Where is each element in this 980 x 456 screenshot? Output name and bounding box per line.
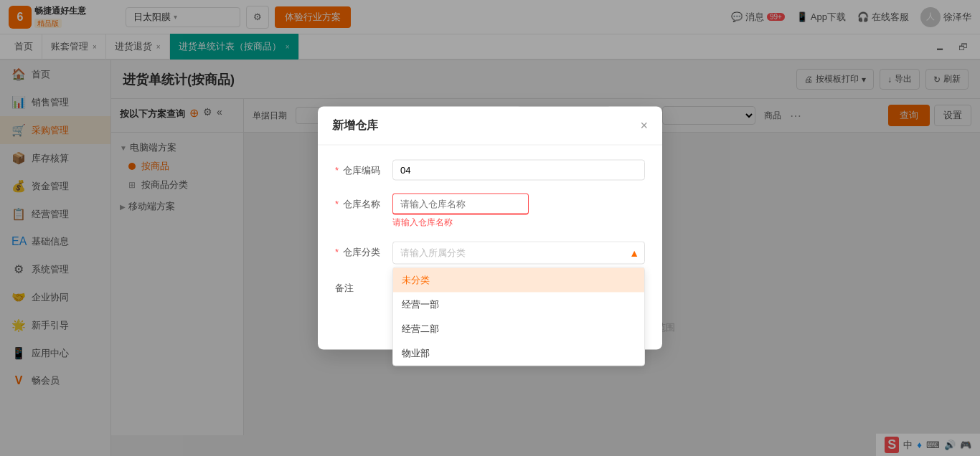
warehouse-category-row: * 仓库分类 请输入所属分类 ▲ 未分类 经营一部 经营二部 [335, 242, 645, 265]
category-dropdown-list: 未分类 经营一部 经营二部 物业部 [392, 267, 645, 366]
warehouse-code-label: * 仓库编码 [335, 160, 392, 177]
dropdown-option-uncategorized[interactable]: 未分类 [393, 268, 644, 293]
category-dropdown-wrapper: 请输入所属分类 ▲ 未分类 经营一部 经营二部 物业部 [392, 242, 645, 265]
dropdown-option-dept2[interactable]: 经营二部 [393, 317, 644, 341]
dropdown-option-property[interactable]: 物业部 [393, 341, 644, 366]
add-warehouse-modal: 新增仓库 × * 仓库编码 * 仓库名称 请输入仓库名称 [318, 107, 662, 350]
warehouse-name-row: * 仓库名称 请输入仓库名称 [335, 194, 645, 229]
category-dropdown-trigger[interactable]: 请输入所属分类 ▲ [392, 242, 645, 265]
modal-close-button[interactable]: × [640, 118, 648, 133]
warehouse-name-input[interactable] [392, 194, 529, 215]
required-star: * [335, 165, 339, 176]
modal-header: 新增仓库 × [318, 107, 662, 146]
warehouse-name-label: * 仓库名称 [335, 194, 392, 211]
dropdown-option-dept2-label: 经营二部 [402, 323, 439, 334]
required-star2: * [335, 199, 339, 209]
dropdown-option-property-label: 物业部 [402, 348, 430, 358]
modal-body: * 仓库编码 * 仓库名称 请输入仓库名称 * 仓库分类 [318, 146, 662, 298]
warehouse-category-label: * 仓库分类 [335, 242, 392, 259]
modal-title: 新增仓库 [332, 118, 378, 133]
warehouse-code-input[interactable] [392, 160, 645, 181]
warehouse-code-row: * 仓库编码 [335, 160, 645, 181]
dropdown-arrow-up-icon: ▲ [629, 247, 639, 259]
warehouse-note-label: 备注 [335, 277, 392, 295]
required-star3: * [335, 247, 339, 257]
category-placeholder: 请输入所属分类 [400, 247, 466, 260]
dropdown-option-uncategorized-label: 未分类 [402, 275, 430, 285]
dropdown-option-dept1[interactable]: 经营一部 [393, 293, 644, 317]
warehouse-name-error: 请输入仓库名称 [392, 217, 529, 229]
dropdown-option-dept1-label: 经营一部 [402, 299, 439, 310]
